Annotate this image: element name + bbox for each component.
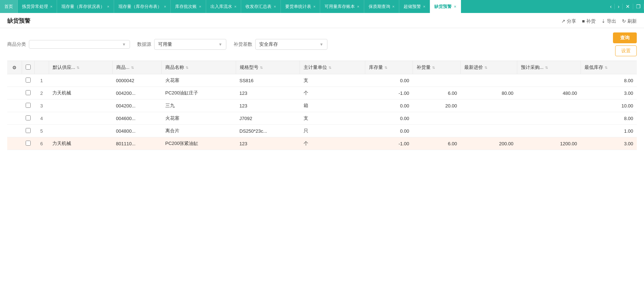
row-checkbox-cell[interactable]: [22, 112, 34, 125]
th-product-code[interactable]: 商品... ⇅: [112, 61, 161, 74]
table-row: 5 004800... 离合片 DS250*23c... 只 0.00 1.00: [7, 125, 637, 137]
sort-price-icon: ⇅: [484, 66, 487, 70]
th-stock-qty[interactable]: 库存量 ⇅: [365, 61, 413, 74]
row-latest-price: [461, 125, 517, 137]
th-checkbox[interactable]: [22, 61, 34, 74]
select-all-checkbox[interactable]: [26, 65, 31, 70]
table-header-row: ⚙ 默认供应... ⇅ 商品...: [7, 61, 637, 74]
th-min-stock[interactable]: 最低库存 ⇅: [581, 61, 637, 74]
datasource-label: 数据源: [137, 41, 151, 48]
tab-close-icon[interactable]: ×: [454, 4, 456, 9]
th-spec[interactable]: 规格型号 ⇅: [236, 61, 300, 74]
row-checkbox[interactable]: [26, 103, 31, 108]
tab-shortage[interactable]: 缺货预警×: [430, 0, 461, 13]
row-replenish-qty: [413, 125, 461, 137]
tab-close-icon[interactable]: ×: [199, 4, 201, 9]
row-checkbox-cell[interactable]: [22, 100, 34, 112]
th-spec-label: 规格型号: [240, 64, 258, 71]
tab-label: 超储预警: [404, 4, 421, 10]
tab-label: 现存量（库存状况表）: [61, 4, 105, 10]
row-stock-qty: 0.00: [365, 74, 413, 87]
row-product-code: 004600...: [112, 112, 161, 125]
tab-close-icon[interactable]: ×: [164, 4, 166, 9]
row-checkbox-cell[interactable]: [22, 137, 34, 150]
th-default-supplier[interactable]: 默认供应... ⇅: [49, 61, 112, 74]
row-unit: 支: [300, 112, 365, 125]
sort-replenish-icon: ⇅: [432, 66, 435, 70]
header-actions: ↗ 分享 ■ 补货 ⇣ 导出 ↻ 刷新: [561, 18, 637, 25]
th-estimated-purchase[interactable]: 预计采购... ⇅: [517, 61, 580, 74]
tab-close-icon[interactable]: ×: [313, 4, 316, 9]
row-gear-cell: [7, 100, 22, 112]
row-latest-price: 200.00: [461, 137, 517, 150]
replenish-base-dropdown-icon: ▼: [319, 42, 323, 47]
tab-batch[interactable]: 库存批次账×: [171, 0, 206, 13]
tab-overstock[interactable]: 超储预警×: [399, 0, 430, 13]
tab-inout[interactable]: 出入库流水×: [206, 0, 241, 13]
tab-close-icon[interactable]: ×: [274, 4, 276, 9]
tab-home[interactable]: 首页: [0, 0, 18, 13]
tab-close-icon[interactable]: ×: [107, 4, 109, 9]
datasource-select[interactable]: 可用量 ▼: [154, 39, 226, 50]
row-checkbox[interactable]: [26, 115, 31, 120]
row-checkbox[interactable]: [26, 141, 31, 146]
tab-collect[interactable]: 收发存汇总表×: [241, 0, 280, 13]
table-row: 6 力天机械 801110... PC200张紧油缸 123 个 -1.00 6…: [7, 137, 637, 150]
tab-abnormal[interactable]: 拣货异常处理×: [18, 0, 57, 13]
th-unit[interactable]: 主计量单位 ⇅: [300, 61, 365, 74]
row-supplier: [49, 112, 112, 125]
tab-close-icon[interactable]: ×: [423, 4, 425, 9]
row-unit: 只: [300, 125, 365, 137]
tab-close-icon[interactable]: ×: [234, 4, 236, 9]
table-row: 4 004600... 火花塞 J7092 支 0.00 8.00: [7, 112, 637, 125]
row-latest-price: [461, 100, 517, 112]
row-stock-qty: 0.00: [365, 100, 413, 112]
sort-unit-icon: ⇅: [328, 66, 331, 70]
share-icon: ↗: [561, 18, 565, 24]
row-checkbox-cell[interactable]: [22, 74, 34, 87]
tab-close-icon[interactable]: ×: [357, 4, 359, 9]
row-latest-price: [461, 74, 517, 87]
tab-expiry[interactable]: 保质期查询×: [364, 0, 399, 13]
tab-close-icon[interactable]: ×: [392, 4, 395, 9]
tab-next-button[interactable]: ›: [615, 4, 623, 9]
row-checkbox-cell[interactable]: [22, 87, 34, 100]
row-min-stock: 1.00: [581, 125, 637, 137]
tab-stock-status[interactable]: 现存量（库存状况表）×: [57, 0, 114, 13]
th-latest-price[interactable]: 最新进价 ⇅: [461, 61, 517, 74]
tab-maximize-button[interactable]: ❐: [633, 4, 644, 9]
row-estimated-purchase: [517, 112, 580, 125]
datasource-select-text: 可用量: [158, 41, 218, 48]
tab-prev-button[interactable]: ‹: [607, 4, 615, 9]
row-checkbox[interactable]: [26, 78, 31, 83]
th-replenish-qty[interactable]: 补货量 ⇅: [413, 61, 461, 74]
tab-available[interactable]: 可用量库存账本×: [320, 0, 364, 13]
replenish-icon: ■: [582, 18, 585, 24]
row-checkbox[interactable]: [26, 90, 31, 95]
row-checkbox-cell[interactable]: [22, 125, 34, 137]
row-spec: DS250*23c...: [236, 125, 300, 137]
filter-bar: 商品分类 ▼ 数据源 可用量 ▼ 补货基数 安全库存 ▼ 查询 设置: [0, 28, 644, 61]
replenish-base-select[interactable]: 安全库存 ▼: [255, 39, 327, 50]
settings-button[interactable]: 设置: [615, 45, 637, 56]
tab-close-icon[interactable]: ×: [50, 4, 52, 9]
tab-requisition[interactable]: 要货单统计表×: [281, 0, 320, 13]
page-header: 缺货预警 ↗ 分享 ■ 补货 ⇣ 导出 ↻ 刷新: [0, 13, 644, 28]
th-row-num: [34, 61, 49, 74]
row-stock-qty: 0.00: [365, 112, 413, 125]
th-replenish-label: 补货量: [417, 64, 431, 71]
query-button[interactable]: 查询: [613, 32, 637, 43]
tab-label: 现存量（库存分布表）: [118, 4, 162, 10]
th-gear[interactable]: ⚙: [7, 61, 22, 74]
replenish-button[interactable]: ■ 补货: [582, 18, 596, 25]
share-button[interactable]: ↗ 分享: [561, 18, 576, 25]
row-product-name: 三九: [162, 100, 236, 112]
th-product-name[interactable]: 商品名称 ⇅: [162, 61, 236, 74]
tab-close-button[interactable]: ✕: [623, 4, 633, 9]
category-select[interactable]: ▼: [29, 40, 130, 49]
refresh-button[interactable]: ↻ 刷新: [622, 18, 637, 25]
export-button[interactable]: ⇣ 导出: [601, 18, 616, 25]
tab-stock-dist[interactable]: 现存量（库存分布表）×: [114, 0, 171, 13]
tab-label: 出入库流水: [210, 4, 232, 10]
row-checkbox[interactable]: [26, 128, 31, 133]
